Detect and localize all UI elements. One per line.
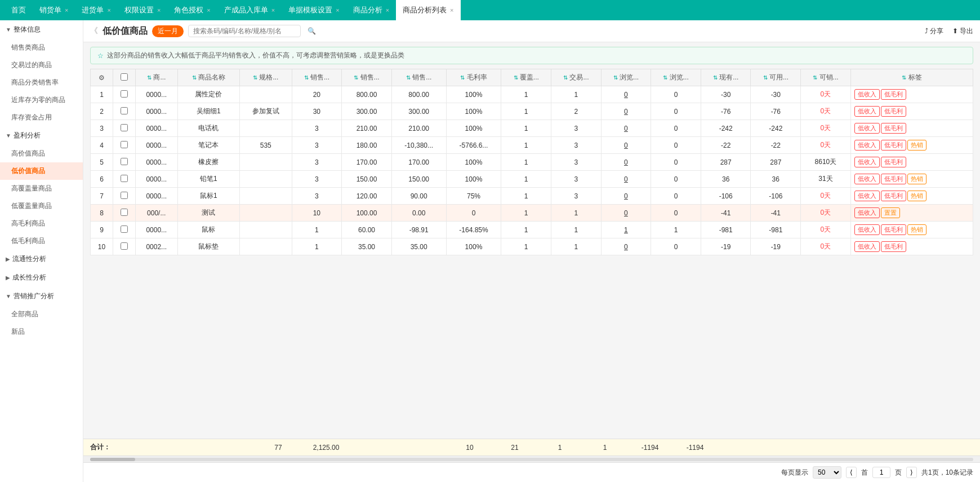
cell-checkbox[interactable] <box>113 103 135 120</box>
cell-view1[interactable]: 0 <box>601 103 651 120</box>
cell-checkbox[interactable] <box>113 154 135 171</box>
close-icon[interactable]: × <box>271 7 275 14</box>
cell-view1[interactable]: 0 <box>601 86 651 103</box>
sidebar-item-high-value[interactable]: 高价值商品 <box>0 145 83 162</box>
cell-checkbox[interactable] <box>113 171 135 188</box>
sidebar-item-near-zero[interactable]: 近库存为零的商品 <box>0 91 83 109</box>
sidebar-section-marketing[interactable]: ▼ 营销推广分析 <box>0 287 83 306</box>
cell-checkbox[interactable] <box>113 205 135 222</box>
close-icon[interactable]: × <box>65 7 68 14</box>
row-checkbox[interactable] <box>121 141 128 148</box>
close-icon[interactable]: × <box>450 7 453 14</box>
sidebar-item-all-goods[interactable]: 全部商品 <box>0 306 83 323</box>
cell-checkbox[interactable] <box>113 120 135 137</box>
cell-view1[interactable]: 0 <box>601 238 651 255</box>
nav-goods-analysis[interactable]: 商品分析 × <box>346 0 396 20</box>
sidebar-section-profit[interactable]: ▼ 盈利分析 <box>0 126 83 145</box>
sidebar-item-traded-goods[interactable]: 交易过的商品 <box>0 56 83 74</box>
nav-goods-analysis-list[interactable]: 商品分析列表 × <box>396 0 460 20</box>
nav-purchase[interactable]: 进货单 × <box>75 0 117 20</box>
row-checkbox[interactable] <box>121 158 128 165</box>
collapse-sidebar-button[interactable]: 《 <box>90 26 98 36</box>
nav-permissions[interactable]: 权限设置 × <box>118 0 167 20</box>
cell-view1[interactable]: 0 <box>601 171 651 188</box>
close-icon[interactable]: × <box>386 7 389 14</box>
col-coverage[interactable]: ⇅ 覆盖... <box>501 69 551 86</box>
view1-link[interactable]: 0 <box>624 91 628 99</box>
sidebar-item-low-value[interactable]: 低价值商品 <box>0 162 83 180</box>
col-view1[interactable]: ⇅ 浏览... <box>601 69 651 86</box>
col-margin[interactable]: ⇅ 毛利率 <box>446 69 501 86</box>
cell-checkbox[interactable] <box>113 238 135 255</box>
sidebar-item-category-rate[interactable]: 商品分类销售率 <box>0 74 83 91</box>
cell-checkbox[interactable] <box>113 86 135 103</box>
cell-checkbox[interactable] <box>113 188 135 205</box>
row-checkbox[interactable] <box>121 90 128 98</box>
row-checkbox[interactable] <box>121 242 128 250</box>
row-checkbox[interactable] <box>121 107 128 114</box>
sidebar-section-growth[interactable]: ▶ 成长性分析 <box>0 268 83 287</box>
sidebar-item-high-margin[interactable]: 高毛利商品 <box>0 215 83 232</box>
search-icon[interactable]: 🔍 <box>308 27 316 35</box>
row-checkbox[interactable] <box>121 175 128 182</box>
view1-link[interactable]: 0 <box>624 125 628 132</box>
sidebar-item-stock-capital[interactable]: 库存资金占用 <box>0 109 83 126</box>
export-button[interactable]: ⬆ 导出 <box>952 26 973 36</box>
view1-link[interactable]: 0 <box>624 158 628 166</box>
close-icon[interactable]: × <box>157 7 161 14</box>
cell-view1[interactable]: 0 <box>601 205 651 222</box>
scroll-bar-area[interactable] <box>83 456 980 462</box>
first-page-button[interactable]: ⟨ <box>846 467 857 478</box>
view1-link[interactable]: 0 <box>624 209 628 217</box>
sidebar-section-liquidity[interactable]: ▶ 流通性分析 <box>0 250 83 268</box>
next-page-button[interactable]: ⟩ <box>906 467 917 478</box>
cell-view1[interactable]: 0 <box>601 120 651 137</box>
row-checkbox[interactable] <box>121 192 128 199</box>
sidebar-item-sales-goods[interactable]: 销售类商品 <box>0 39 83 56</box>
cell-checkbox[interactable] <box>113 222 135 238</box>
col-spec[interactable]: ⇅ 规格... <box>239 69 292 86</box>
close-icon[interactable]: × <box>207 7 210 14</box>
view1-link[interactable]: 0 <box>624 192 628 200</box>
col-code[interactable]: ⇅ 商... <box>135 69 178 86</box>
nav-role-auth[interactable]: 角色授权 × <box>167 0 217 20</box>
nav-sales[interactable]: 销货单 × <box>33 0 75 20</box>
per-page-select[interactable]: 50 100 200 <box>813 466 841 479</box>
scroll-thumb[interactable] <box>90 458 135 461</box>
col-tag[interactable]: ⇅ 标签 <box>850 69 973 86</box>
col-view2[interactable]: ⇅ 浏览... <box>651 69 701 86</box>
nav-home[interactable]: 首页 <box>5 0 33 20</box>
col-current[interactable]: ⇅ 现有... <box>701 69 751 86</box>
col-settings[interactable]: ⚙ <box>91 69 113 86</box>
sidebar-item-low-coverage[interactable]: 低覆盖量商品 <box>0 197 83 215</box>
cell-view1[interactable]: 0 <box>601 137 651 154</box>
sidebar-item-high-coverage[interactable]: 高覆盖量商品 <box>0 180 83 197</box>
view1-link[interactable]: 0 <box>624 108 628 116</box>
view1-link[interactable]: 1 <box>624 226 628 234</box>
share-button[interactable]: ⤴ 分享 <box>925 26 943 36</box>
row-checkbox[interactable] <box>121 124 128 131</box>
nav-warehouse[interactable]: 产成品入库单 × <box>217 0 282 20</box>
page-number-input[interactable] <box>872 467 890 478</box>
col-available[interactable]: ⇅ 可用... <box>751 69 801 86</box>
row-checkbox[interactable] <box>121 225 128 233</box>
close-icon[interactable]: × <box>336 7 339 14</box>
cell-view1[interactable]: 0 <box>601 154 651 171</box>
view1-link[interactable]: 0 <box>624 175 628 183</box>
col-trade[interactable]: ⇅ 交易... <box>551 69 601 86</box>
col-sale-amt[interactable]: ⇅ 销售... <box>342 69 392 86</box>
close-icon[interactable]: × <box>107 7 110 14</box>
search-input[interactable] <box>188 25 301 37</box>
cell-checkbox[interactable] <box>113 137 135 154</box>
sidebar-section-overall[interactable]: ▼ 整体信息 <box>0 20 83 39</box>
cell-view1[interactable]: 0 <box>601 188 651 205</box>
view1-link[interactable]: 0 <box>624 243 628 251</box>
sidebar-item-new-goods[interactable]: 新品 <box>0 323 83 341</box>
sidebar-item-low-margin[interactable]: 低毛利商品 <box>0 232 83 250</box>
select-all-checkbox[interactable] <box>121 73 128 81</box>
row-checkbox[interactable] <box>121 209 128 216</box>
col-checkbox[interactable] <box>113 69 135 86</box>
filter-period-button[interactable]: 近一月 <box>152 25 184 37</box>
view1-link[interactable]: 0 <box>624 141 628 149</box>
col-sale-price[interactable]: ⇅ 销售... <box>391 69 446 86</box>
